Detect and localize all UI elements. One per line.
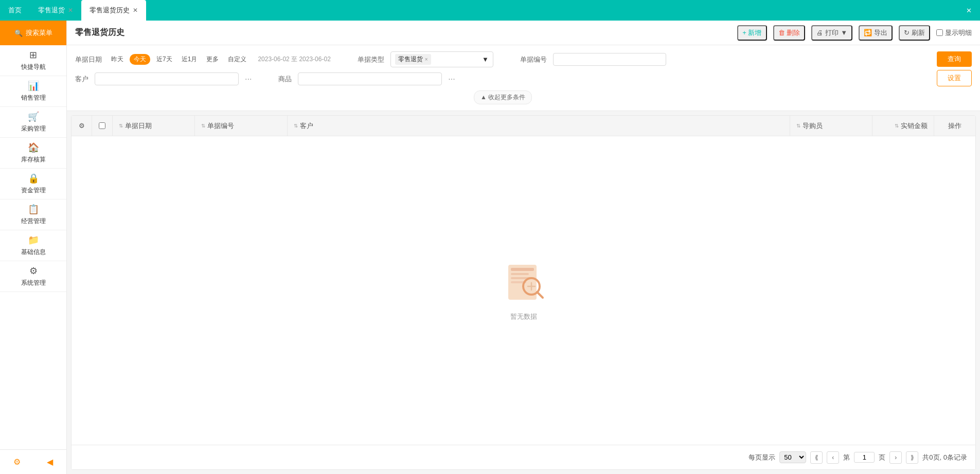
sidebar-item-purchase[interactable]: 🛒 采购管理 bbox=[0, 107, 66, 138]
filter-area: 单据日期 昨天 今天 近7天 近1月 更多 自定义 2023-06-02 至 2… bbox=[67, 45, 980, 111]
date-btn-today[interactable]: 今天 bbox=[130, 54, 150, 65]
th-guide[interactable]: ⇅ 导购员 bbox=[790, 116, 872, 136]
page-input[interactable] bbox=[854, 452, 875, 463]
type-tag-close[interactable]: × bbox=[425, 57, 428, 62]
sidebar-item-finance[interactable]: 🔒 资金管理 bbox=[0, 169, 66, 199]
page-label: 第 bbox=[843, 453, 850, 462]
sidebar-item-system-label: 系统管理 bbox=[21, 279, 46, 287]
window-close-btn[interactable]: ✕ bbox=[966, 7, 980, 14]
th-customer-label: 客户 bbox=[300, 121, 313, 131]
select-all-checkbox[interactable] bbox=[99, 122, 105, 129]
th-date[interactable]: ⇅ 单据日期 bbox=[113, 116, 195, 136]
total-info: 共0页, 0条记录 bbox=[922, 453, 967, 462]
filter-row-1: 单据日期 昨天 今天 近7天 近1月 更多 自定义 2023-06-02 至 2… bbox=[75, 51, 931, 67]
customer-label: 客户 bbox=[75, 75, 88, 84]
type-tag-value: 零售退货 bbox=[398, 55, 423, 64]
tab-home-label: 首页 bbox=[8, 6, 22, 15]
th-order-no[interactable]: ⇅ 单据编号 bbox=[195, 116, 288, 136]
export-button[interactable]: 🔁 导出 bbox=[859, 25, 893, 41]
filter-fields: 单据日期 昨天 今天 近7天 近1月 更多 自定义 2023-06-02 至 2… bbox=[75, 51, 931, 104]
sidebar-item-basic-label: 基础信息 bbox=[21, 248, 46, 257]
pagination: 每页显示 50 20 100 ⟪ ‹ 第 页 › ⟫ 共0页, 0条记录 bbox=[72, 445, 975, 469]
top-bar: 首页 零售退货 ✕ 零售退货历史 ✕ ✕ bbox=[0, 0, 980, 21]
sidebar-settings-btn[interactable]: ⚙ bbox=[13, 457, 21, 467]
delete-button[interactable]: 🗑 删除 bbox=[773, 25, 806, 41]
th-amount-label: 实销金额 bbox=[901, 121, 928, 131]
customer-dots[interactable]: ··· bbox=[245, 75, 252, 84]
next-page-btn[interactable]: › bbox=[889, 451, 902, 464]
last-page-btn[interactable]: ⟫ bbox=[906, 451, 918, 464]
tab-retail-return-close[interactable]: ✕ bbox=[68, 7, 73, 14]
th-checkbox[interactable] bbox=[92, 116, 113, 136]
show-detail-checkbox[interactable] bbox=[936, 29, 943, 36]
th-action: 操作 bbox=[934, 116, 975, 136]
date-range-text: 2023-06-02 至 2023-06-02 bbox=[258, 55, 330, 64]
svg-rect-1 bbox=[511, 268, 534, 271]
per-page-select[interactable]: 50 20 100 bbox=[779, 451, 806, 463]
empty-illustration bbox=[498, 260, 549, 306]
th-amount[interactable]: ⇅ 实销金额 bbox=[872, 116, 934, 136]
sidebar-item-inventory[interactable]: 🏠 库存核算 bbox=[0, 138, 66, 169]
goods-input[interactable] bbox=[298, 72, 442, 85]
date-btn-custom[interactable]: 自定义 bbox=[225, 54, 250, 65]
sidebar-item-ops[interactable]: 📋 经营管理 bbox=[0, 199, 66, 230]
sidebar-item-quick-nav-label: 快捷导航 bbox=[21, 63, 46, 71]
basic-icon: 📁 bbox=[28, 234, 39, 246]
sort-icon-guide: ⇅ bbox=[796, 123, 800, 129]
sort-icon-date: ⇅ bbox=[119, 123, 123, 129]
content-area: 零售退货历史 + 新增 🗑 删除 🖨 打印 ▼ 🔁 导出 ↻ 刷新 bbox=[67, 21, 980, 474]
quick-nav-icon: ⊞ bbox=[29, 49, 37, 61]
sidebar-item-sales[interactable]: 📊 销售管理 bbox=[0, 76, 66, 107]
print-dropdown-icon: ▼ bbox=[841, 29, 847, 37]
show-detail-checkbox-label[interactable]: 显示明细 bbox=[936, 28, 972, 38]
date-btn-1month[interactable]: 近1月 bbox=[179, 54, 201, 65]
order-no-label: 单据编号 bbox=[520, 55, 547, 64]
type-select[interactable]: 零售退货 × ▼ bbox=[390, 51, 493, 67]
type-tag: 零售退货 × bbox=[395, 54, 431, 65]
refresh-button[interactable]: ↻ 刷新 bbox=[899, 25, 930, 41]
sidebar-collapse-btn[interactable]: ◀ bbox=[47, 457, 53, 467]
th-order-no-label: 单据编号 bbox=[207, 121, 234, 131]
sidebar-item-purchase-label: 采购管理 bbox=[21, 124, 46, 133]
header-actions: + 新增 🗑 删除 🖨 打印 ▼ 🔁 导出 ↻ 刷新 显示明细 bbox=[737, 25, 972, 41]
date-btn-more[interactable]: 更多 bbox=[203, 54, 222, 65]
empty-state: 暂无数据 bbox=[72, 136, 975, 445]
finance-icon: 🔒 bbox=[28, 173, 39, 184]
print-button[interactable]: 🖨 打印 ▼ bbox=[811, 25, 852, 41]
tab-retail-return-history[interactable]: 零售退货历史 ✕ bbox=[81, 0, 146, 21]
tab-home[interactable]: 首页 bbox=[0, 0, 30, 21]
export-icon: 🔁 bbox=[864, 29, 872, 37]
prev-page-btn[interactable]: ‹ bbox=[827, 451, 839, 464]
collapse-btn[interactable]: ▲ 收起更多条件 bbox=[474, 90, 532, 104]
sidebar-item-basic[interactable]: 📁 基础信息 bbox=[0, 230, 66, 261]
sales-icon: 📊 bbox=[28, 80, 39, 92]
query-button[interactable]: 查询 bbox=[937, 51, 972, 67]
customer-input[interactable] bbox=[95, 72, 239, 85]
export-label: 导出 bbox=[874, 28, 887, 38]
print-label: 打印 bbox=[825, 28, 839, 38]
date-buttons: 昨天 今天 近7天 近1月 更多 自定义 bbox=[108, 54, 250, 65]
sidebar-search[interactable]: 🔍 搜索菜单 bbox=[0, 21, 66, 45]
order-no-input[interactable] bbox=[553, 53, 666, 66]
show-detail-label: 显示明细 bbox=[945, 28, 972, 38]
sidebar-item-system[interactable]: ⚙ 系统管理 bbox=[0, 261, 66, 292]
th-guide-label: 导购员 bbox=[803, 121, 823, 131]
first-page-btn[interactable]: ⟪ bbox=[810, 451, 823, 464]
goods-dots[interactable]: ··· bbox=[448, 75, 455, 84]
tab-retail-return-history-label: 零售退货历史 bbox=[90, 6, 130, 15]
tab-retail-return-history-close[interactable]: ✕ bbox=[133, 7, 138, 14]
goods-label: 商品 bbox=[278, 75, 292, 84]
filter-settings-button[interactable]: 设置 bbox=[937, 70, 972, 86]
date-btn-yesterday[interactable]: 昨天 bbox=[108, 54, 127, 65]
table-header: ⚙ ⇅ 单据日期 ⇅ 单据编号 ⇅ 客户 ⇅ 导购员 bbox=[72, 116, 975, 136]
tab-retail-return[interactable]: 零售退货 ✕ bbox=[30, 0, 81, 21]
th-settings[interactable]: ⚙ bbox=[72, 116, 92, 136]
th-customer[interactable]: ⇅ 客户 bbox=[288, 116, 790, 136]
sidebar-item-quick-nav[interactable]: ⊞ 快捷导航 bbox=[0, 45, 66, 76]
system-icon: ⚙ bbox=[29, 265, 38, 277]
new-button[interactable]: + 新增 bbox=[737, 25, 767, 41]
refresh-label: 刷新 bbox=[912, 28, 925, 38]
date-btn-7days[interactable]: 近7天 bbox=[153, 54, 175, 65]
date-filter-label: 单据日期 bbox=[75, 55, 102, 64]
purchase-icon: 🛒 bbox=[28, 111, 39, 122]
